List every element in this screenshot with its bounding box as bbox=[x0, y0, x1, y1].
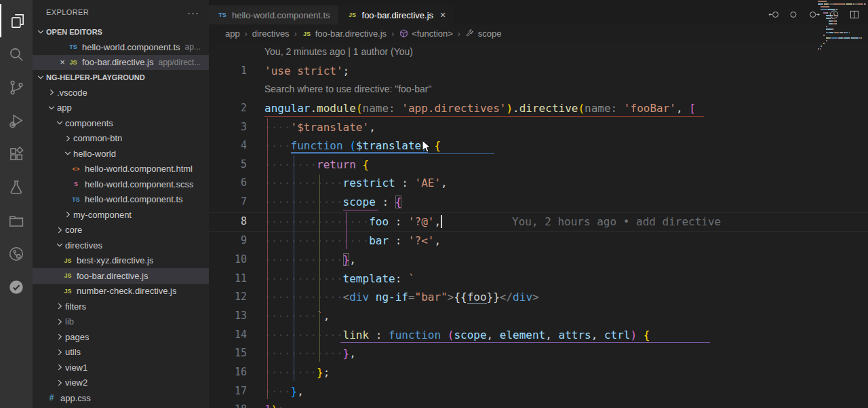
search-icon[interactable] bbox=[0, 37, 33, 71]
code-line-7[interactable]: 7············scope : { bbox=[209, 193, 868, 212]
code-line-3[interactable]: 3····'$translate', bbox=[209, 118, 868, 137]
breadcrumb-item[interactable]: <function> bbox=[399, 29, 453, 39]
explorer-icon[interactable] bbox=[0, 4, 34, 37]
tree-item--vscode[interactable]: .vscode bbox=[33, 85, 209, 100]
file-label: foo-bar.directive.js bbox=[82, 57, 154, 67]
chevron-right-icon bbox=[46, 87, 57, 98]
whitespace-dots: ········ bbox=[264, 366, 317, 379]
chevron-down-icon bbox=[54, 117, 65, 128]
source-control-icon[interactable] bbox=[0, 71, 33, 104]
open-editor-item[interactable]: TShello-world.component.tsap... bbox=[33, 39, 209, 55]
line-number: 15 bbox=[209, 344, 264, 363]
js-file-icon: JS bbox=[62, 272, 73, 279]
tree-item-core[interactable]: core bbox=[33, 223, 209, 238]
tree-item-label: utils bbox=[65, 347, 81, 357]
whitespace-dots: ········ bbox=[264, 158, 317, 171]
code-line-1[interactable]: 1'use strict'; bbox=[209, 62, 868, 81]
close-icon[interactable]: × bbox=[440, 10, 446, 20]
code-line-10[interactable]: 10············}, bbox=[209, 251, 868, 270]
workspace-root[interactable]: NG-HELPER-PLAYGROUND bbox=[33, 70, 209, 85]
whitespace-dots: ················ bbox=[264, 234, 369, 247]
tab-hello-world-component-ts[interactable]: TShello-world.component.ts bbox=[209, 5, 339, 24]
code-line-14[interactable]: 14············link : function (scope, el… bbox=[209, 326, 868, 345]
tree-item-lib[interactable]: lib bbox=[33, 314, 209, 330]
codelens[interactable]: Search where to use directive: "foo-bar" bbox=[209, 80, 868, 99]
open-editor-item[interactable]: ×JSfoo-bar.directive.jsapp/direct... bbox=[33, 55, 209, 71]
tree-item-app[interactable]: app bbox=[33, 100, 209, 116]
tree-item-app-css[interactable]: #app.css bbox=[33, 390, 209, 406]
tab-foo-bar-directive-js[interactable]: JSfoo-bar.directive.js× bbox=[339, 5, 455, 24]
code-line-16[interactable]: 16········}; bbox=[209, 363, 868, 382]
chevron-right-icon bbox=[62, 133, 73, 144]
code-line-5[interactable]: 5········return { bbox=[209, 155, 868, 174]
code-line-15[interactable]: 15············}, bbox=[209, 344, 868, 363]
test-beaker-icon[interactable] bbox=[0, 170, 33, 204]
symbol-property-wrench-icon bbox=[465, 29, 475, 39]
tab-label: foo-bar.directive.js bbox=[362, 10, 434, 20]
code-line-9[interactable]: 9················bar : '?<', bbox=[209, 231, 868, 251]
whitespace-dots: ············ bbox=[264, 196, 343, 208]
chevron-right-icon bbox=[54, 316, 65, 327]
chevron-down-icon bbox=[62, 148, 73, 159]
minimap[interactable] bbox=[818, 0, 867, 102]
breadcrumb-label: scope bbox=[478, 29, 502, 39]
gitlens-icon[interactable] bbox=[0, 237, 33, 270]
tree-item-label: .vscode bbox=[57, 88, 87, 98]
tree-item-utils[interactable]: utils bbox=[33, 345, 209, 360]
tree-item-view2[interactable]: view2 bbox=[33, 375, 209, 391]
code-line-18[interactable]: 18]); bbox=[209, 401, 868, 408]
breadcrumb-item[interactable]: JSfoo-bar.directive.js bbox=[302, 29, 387, 39]
code-line-13[interactable]: 13········`, bbox=[209, 307, 868, 326]
tree-item-view1[interactable]: view1 bbox=[33, 360, 209, 375]
tree-item-label: foo-bar.directive.js bbox=[77, 271, 149, 281]
code-line-8[interactable]: 8················foo : '?@',You, 2 hours… bbox=[209, 212, 868, 232]
tree-item-directives[interactable]: directives bbox=[33, 238, 209, 253]
code-line-11[interactable]: 11············template: ` bbox=[209, 270, 868, 289]
ts-file-icon: TS bbox=[68, 43, 79, 50]
tree-item-label: filters bbox=[65, 301, 86, 312]
tree-item-foo-bar-directive-js[interactable]: JSfoo-bar.directive.js bbox=[33, 268, 209, 284]
extensions-icon[interactable] bbox=[0, 137, 33, 170]
checks-icon[interactable] bbox=[0, 270, 33, 303]
tree-item-label: components bbox=[65, 118, 113, 128]
tree-item-pages[interactable]: pages bbox=[33, 329, 209, 345]
more-actions-icon[interactable]: ··· bbox=[187, 7, 199, 18]
code-line-2[interactable]: 2angular.module(name: 'app.directives').… bbox=[209, 99, 868, 118]
breadcrumb-item[interactable]: scope bbox=[465, 29, 502, 39]
code-editor[interactable]: You, 2 minutes ago | 1 author (You)1'use… bbox=[209, 43, 868, 408]
open-editors-header[interactable]: OPEN EDITORS bbox=[33, 24, 209, 39]
breadcrumb-label: foo-bar.directive.js bbox=[315, 29, 387, 39]
sidebar-header: EXPLORER ··· bbox=[33, 0, 209, 24]
tree-item-my-component[interactable]: my-component bbox=[33, 207, 209, 223]
breadcrumb-item[interactable]: directives bbox=[252, 29, 290, 39]
line-number: 18 bbox=[209, 401, 264, 408]
code-line-12[interactable]: 12············<div ng-if="bar">{{foo}}</… bbox=[209, 288, 868, 307]
tree-item-label: hello-world.component.scss bbox=[85, 179, 193, 189]
tree-item-best-xyz-directive-js[interactable]: JSbest-xyz.directive.js bbox=[33, 253, 209, 269]
indent-guide bbox=[267, 118, 268, 400]
code-line-6[interactable]: 6············restrict : 'AE', bbox=[209, 174, 868, 193]
tree-item-hello-world-component-scss[interactable]: Shello-world.component.scss bbox=[33, 177, 209, 192]
tree-item-number-check-directive-js[interactable]: JSnumber-check.directive.js bbox=[33, 284, 209, 299]
tree-item-label: hello-world bbox=[73, 149, 116, 159]
tree-item-hello-world[interactable]: hello-world bbox=[33, 146, 209, 162]
close-icon[interactable]: × bbox=[57, 57, 68, 67]
codelens[interactable]: You, 2 minutes ago | 1 author (You) bbox=[209, 43, 868, 62]
run-debug-icon[interactable] bbox=[0, 104, 33, 137]
project-folder-icon[interactable] bbox=[0, 204, 33, 237]
tree-item-common-btn[interactable]: common-btn bbox=[33, 131, 209, 147]
whitespace-dots: ···· bbox=[264, 139, 291, 152]
tree-item-components[interactable]: components bbox=[33, 115, 209, 131]
previous-change-icon[interactable] bbox=[766, 7, 781, 22]
editor-region: TShello-world.component.tsJSfoo-bar.dire… bbox=[209, 0, 868, 408]
breadcrumb-item[interactable]: app bbox=[225, 29, 240, 39]
line-number: 1 bbox=[209, 62, 264, 81]
whitespace-dots: ···· bbox=[264, 385, 291, 398]
tree-item-hello-world-component-html[interactable]: <>hello-world.component.html bbox=[33, 162, 209, 177]
code-line-17[interactable]: 17····}, bbox=[209, 382, 868, 401]
compare-changes-icon[interactable] bbox=[787, 7, 802, 22]
breadcrumb-separator: › bbox=[245, 29, 248, 39]
tree-item-hello-world-component-ts[interactable]: TShello-world.component.ts bbox=[33, 192, 209, 208]
code-line-4[interactable]: 4····function ($translate) { bbox=[209, 136, 868, 155]
tree-item-filters[interactable]: filters bbox=[33, 299, 209, 314]
